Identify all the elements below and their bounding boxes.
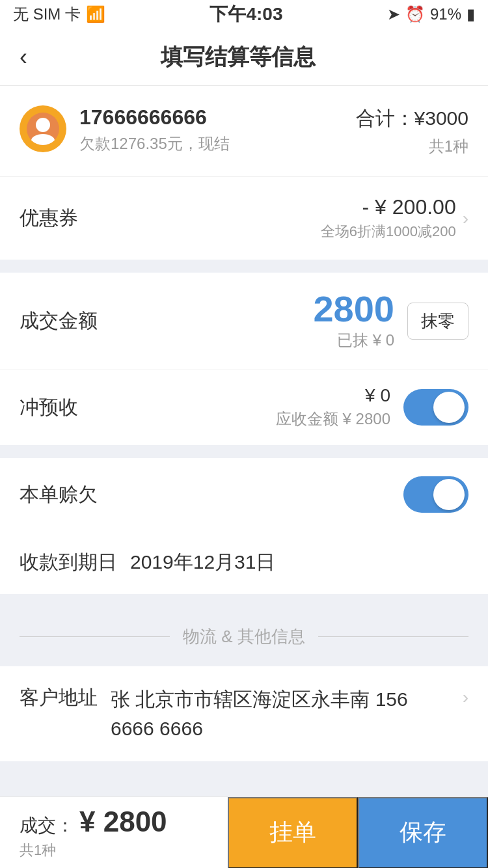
round-zero-button[interactable]: 抹零	[407, 303, 468, 340]
bottom-deal-label: 成交：	[20, 813, 74, 838]
back-button[interactable]: ‹	[20, 37, 34, 77]
battery-icon: ▮	[467, 5, 475, 23]
avatar	[20, 105, 66, 152]
alarm-icon: ⏰	[405, 5, 425, 23]
prepay-label: 冲预收	[20, 394, 78, 421]
user-info: 17666666666 欠款1276.35元，现结	[79, 105, 230, 154]
coupon-desc: 全场6折满1000减200	[321, 222, 456, 241]
wifi-icon: 📶	[86, 5, 105, 23]
prepay-amount-group: ¥ 0 应收金额 ¥ 2800	[276, 385, 390, 429]
address-value: 张 北京市市辖区海淀区永丰南 156 6666 6666	[111, 685, 456, 743]
prepay-sub: 应收金额 ¥ 2800	[276, 409, 390, 429]
coupon-label: 优惠券	[20, 205, 78, 232]
deal-amount-value: 2800	[313, 291, 394, 327]
status-right: ➤ ⏰ 91% ▮	[387, 5, 475, 23]
due-date-value: 2019年12月31日	[130, 549, 275, 576]
divider-line-left	[20, 636, 170, 637]
deal-amount-right: 2800 已抹 ¥ 0 抹零	[313, 291, 468, 351]
bottom-bar: 成交： ¥ 2800 共1种 挂单 保存	[0, 796, 488, 868]
bottom-deal-amount: ¥ 2800	[79, 806, 167, 838]
debt-toggle[interactable]	[403, 476, 468, 513]
user-info-section: 17666666666 欠款1276.35元，现结 合计：¥3000 共1种	[0, 86, 488, 176]
coupon-discount: - ¥ 200.00 全场6折满1000减200	[321, 195, 456, 241]
toggle-circle	[433, 392, 465, 423]
prepay-row: 冲预收 ¥ 0 应收金额 ¥ 2800	[0, 369, 488, 445]
section-divider-1	[0, 260, 488, 273]
amount-group: 2800 已抹 ¥ 0	[313, 291, 394, 351]
user-desc: 欠款1276.35元，现结	[79, 133, 230, 154]
location-icon: ➤	[387, 5, 400, 23]
deal-amount-row: 成交金额 2800 已抹 ¥ 0 抹零	[0, 273, 488, 369]
page-title: 填写结算等信息	[34, 42, 442, 72]
section-divider-2	[0, 445, 488, 458]
coupon-chevron-icon: ›	[463, 208, 468, 229]
coupon-row[interactable]: 优惠券 - ¥ 200.00 全场6折满1000减200 ›	[0, 176, 488, 260]
address-label: 客户地址	[20, 685, 98, 711]
status-time: 下午4:03	[210, 2, 282, 27]
address-row[interactable]: 客户地址 张 北京市市辖区海淀区永丰南 156 6666 6666 ›	[0, 666, 488, 761]
total-count: 共1种	[356, 136, 468, 157]
debt-toggle-circle	[433, 479, 465, 510]
debt-label: 本单赊欠	[20, 481, 98, 508]
user-left: 17666666666 欠款1276.35元，现结	[20, 105, 230, 154]
total-amount: 合计：¥3000	[356, 105, 468, 132]
debt-row: 本单赊欠	[0, 458, 488, 531]
bottom-count: 共1种	[20, 841, 208, 860]
section-divider-3	[0, 594, 488, 607]
prepay-right: ¥ 0 应收金额 ¥ 2800	[276, 385, 468, 429]
save-button[interactable]: 保存	[358, 797, 488, 869]
avatar-icon	[27, 113, 59, 145]
logistics-label: 物流 & 其他信息	[183, 625, 305, 648]
battery-text: 91%	[430, 5, 461, 23]
coupon-right: - ¥ 200.00 全场6折满1000减200 ›	[321, 195, 468, 241]
user-row: 17666666666 欠款1276.35元，现结 合计：¥3000 共1种	[20, 105, 468, 157]
deal-amount-label: 成交金额	[20, 308, 98, 334]
prepay-amount: ¥ 0	[365, 385, 390, 406]
due-date-row: 收款到期日 2019年12月31日	[0, 531, 488, 594]
nav-bar: ‹ 填写结算等信息	[0, 29, 488, 86]
user-phone: 17666666666	[79, 105, 230, 129]
bottom-deal: 成交： ¥ 2800	[20, 806, 208, 838]
logistics-divider: 物流 & 其他信息	[0, 607, 488, 666]
divider-line-right	[318, 636, 468, 637]
bottom-info: 成交： ¥ 2800 共1种	[0, 806, 228, 860]
status-left: 无 SIM 卡 📶	[13, 4, 105, 25]
debt-right	[403, 476, 468, 513]
deal-sub-text: 已抹 ¥ 0	[337, 330, 394, 351]
coupon-amount: - ¥ 200.00	[362, 195, 456, 219]
hold-order-button[interactable]: 挂单	[228, 797, 358, 869]
address-chevron-icon: ›	[463, 687, 468, 708]
due-date-label: 收款到期日	[20, 549, 117, 576]
sim-status: 无 SIM 卡	[13, 4, 81, 25]
prepay-toggle[interactable]	[403, 389, 468, 426]
status-bar: 无 SIM 卡 📶 下午4:03 ➤ ⏰ 91% ▮	[0, 0, 488, 29]
user-right: 合计：¥3000 共1种	[356, 105, 468, 157]
